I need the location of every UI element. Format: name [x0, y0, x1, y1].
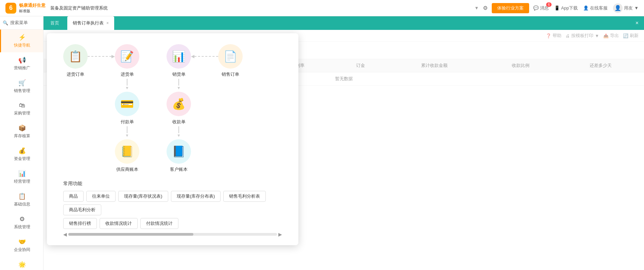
scroll-thumb	[68, 233, 193, 236]
customer-ledger-label: 客户账本	[170, 166, 188, 173]
flow-node-payment-bill: 💳 付款单	[115, 92, 139, 125]
tab-home[interactable]: 首页	[43, 16, 66, 30]
flow-node-receipt-bill: 💰 收款单	[167, 92, 191, 125]
sidebar: 🔍 搜索菜单 ⚡ 快捷导航 📢 营销推广 🛒 销售管理 🛍 采购管理 📦	[0, 16, 43, 270]
func-btn-product-profit[interactable]: 商品毛利分析	[63, 204, 101, 215]
flow-node-customer-ledger: 📘 客户账本	[167, 139, 191, 173]
settings-button[interactable]: ⚙	[483, 5, 488, 11]
func-buttons-row2: 销售排行榜 收款情况统计 付款情况统计	[63, 218, 282, 229]
flow-node-sales-order: 📄 销售订单	[218, 44, 243, 77]
sys-mgmt-icon: ⚙	[19, 215, 25, 223]
purchase-icon: 🛍	[19, 102, 25, 109]
modal-overlay: 📋 进货订单 ▶	[43, 30, 644, 270]
supplier-ledger-circle: 📒	[115, 139, 139, 164]
sidebar-item-sales[interactable]: 🛒 销售管理	[0, 75, 43, 98]
tab-bar: 首页 销售订单执行表 × ×	[43, 16, 644, 30]
payment-bill-circle: 💳	[115, 92, 139, 116]
receipt-bill-circle: 💰	[167, 92, 191, 116]
func-btn-product[interactable]: 商品	[63, 191, 84, 202]
app-download-action[interactable]: 📱 App下载	[554, 5, 578, 11]
sidebar-item-finance[interactable]: 💰 资金管理	[0, 143, 43, 166]
main-area: 🔍 搜索菜单 ⚡ 快捷导航 📢 营销推广 🛒 销售管理 🛍 采购管理 📦	[0, 16, 644, 270]
purchase-order-label: 进货订单	[67, 71, 84, 77]
common-functions: 常用功能 商品 往来单位 现存量(库存状况表) 现存量(库存分布表) 销售毛利分…	[63, 181, 282, 229]
customer-ledger-circle: 📘	[167, 139, 191, 164]
receipt-bill-label: 收款单	[172, 119, 186, 125]
tab-close-button[interactable]: ×	[106, 21, 109, 25]
logo-icon: 6	[5, 3, 16, 14]
page-content: ❓ 帮助 🖨 按模板打印 ▼ 📤 导出 🔄	[43, 30, 644, 270]
scroll-track	[68, 233, 277, 236]
func-btn-sales-ranking[interactable]: 销售排行榜	[63, 218, 97, 229]
inventory-icon: 📦	[18, 124, 26, 132]
sidebar-item-base-info[interactable]: 📋 基础信息	[0, 188, 43, 211]
func-btn-contacts[interactable]: 往来单位	[86, 191, 116, 202]
search-menu[interactable]: 🔍 搜索菜单	[0, 16, 43, 30]
base-info-icon: 📋	[18, 193, 26, 200]
service-icon: 👤	[583, 5, 589, 11]
func-btn-inventory-dist[interactable]: 现存量(库存分布表)	[171, 191, 221, 202]
avatar: 👤	[613, 3, 623, 13]
sidebar-item-enterprise[interactable]: 🤝 企业协同	[0, 234, 43, 257]
func-btn-receipt-stats[interactable]: 收款情况统计	[100, 218, 138, 229]
download-icon: 📱	[554, 5, 560, 11]
sales-order-label: 销售订单	[222, 71, 239, 77]
sidebar-item-sys-mgmt[interactable]: ⚙ 系统管理	[0, 211, 43, 234]
flow-node-supplier-ledger: 📒 供应商账本	[115, 139, 139, 173]
purchase-order-circle: 📋	[63, 44, 88, 69]
system-name: 装备及固定资产辅助管理系统	[50, 5, 470, 11]
sidebar-item-quick-nav[interactable]: ⚡ 快捷导航	[0, 30, 43, 52]
user-action[interactable]: 👤 用友 ▼	[613, 3, 639, 13]
logo-area: 6 畅康通好生意 标准版	[5, 3, 46, 14]
purchase-bill-circle: 📝	[115, 44, 139, 69]
experience-button[interactable]: 体验行业方案	[492, 3, 529, 13]
logo-text: 畅康通好生意 标准版	[19, 3, 46, 13]
scroll-left-icon[interactable]: ◀	[63, 232, 67, 237]
message-icon: 💬	[533, 5, 539, 11]
sales-order-circle: 📄	[218, 44, 243, 69]
tab-sales-order[interactable]: 销售订单执行表 ×	[67, 16, 114, 30]
sidebar-item-marketing[interactable]: 📢 营销推广	[0, 52, 43, 75]
message-badge: 6	[546, 2, 552, 7]
sidebar-item-operations[interactable]: 📊 经营管理	[0, 166, 43, 188]
flow-node-sales-bill: 📊 销货单	[167, 44, 191, 77]
func-btn-sales-profit[interactable]: 销售毛利分析表	[223, 191, 266, 202]
close-all-tabs-button[interactable]: ×	[630, 20, 644, 26]
message-action[interactable]: 💬 消息 6	[533, 5, 549, 11]
content-area: 首页 销售订单执行表 × × ❓ 帮助	[43, 16, 644, 270]
scroll-indicator: ◀ ▶	[63, 232, 282, 237]
dropdown-arrow-icon[interactable]: ▼	[474, 5, 479, 11]
sidebar-item-purchase[interactable]: 🛍 采购管理	[0, 98, 43, 120]
marketing-icon: 📢	[18, 56, 26, 64]
func-btn-payment-stats[interactable]: 付款情况统计	[140, 218, 178, 229]
finance-icon: 💰	[18, 147, 26, 155]
flow-node-purchase-order: 📋 进货订单	[63, 44, 88, 77]
quick-nav-icon: ⚡	[18, 34, 26, 41]
common-functions-title: 常用功能	[63, 181, 282, 187]
search-icon: 🔍	[3, 20, 8, 25]
flow-node-purchase-bill: 📝 进货单	[115, 44, 139, 77]
sales-bill-circle: 📊	[167, 44, 191, 69]
enterprise-icon: 🤝	[18, 238, 26, 246]
top-bar: 6 畅康通好生意 标准版 装备及固定资产辅助管理系统 ▼ ⚙ 体验行业方案 💬 …	[0, 0, 644, 16]
top-bar-right: 💬 消息 6 📱 App下载 👤 在线客服 👤 用友 ▼	[533, 3, 639, 13]
operations-icon: 📊	[18, 170, 26, 177]
sidebar-item-inventory[interactable]: 📦 库存核算	[0, 120, 43, 143]
purchase-bill-label: 进货单	[121, 71, 134, 77]
online-service-action[interactable]: 👤 在线客服	[583, 5, 608, 11]
guide-icon: 🌟	[18, 261, 26, 268]
sidebar-item-guide[interactable]: 🌟 新手引导	[0, 257, 43, 270]
payment-bill-label: 付款单	[121, 119, 134, 125]
func-buttons-row1: 商品 往来单位 现存量(库存状况表) 现存量(库存分布表) 销售毛利分析表 商品…	[63, 191, 282, 215]
modal-box: 📋 进货订单 ▶	[47, 33, 298, 245]
sales-icon: 🛒	[18, 79, 26, 87]
sales-bill-label: 销货单	[172, 71, 186, 77]
scroll-right-icon[interactable]: ▶	[278, 232, 282, 237]
func-btn-inventory-status[interactable]: 现存量(库存状况表)	[118, 191, 168, 202]
supplier-ledger-label: 供应商账本	[116, 166, 138, 173]
user-dropdown-icon: ▼	[634, 5, 639, 11]
